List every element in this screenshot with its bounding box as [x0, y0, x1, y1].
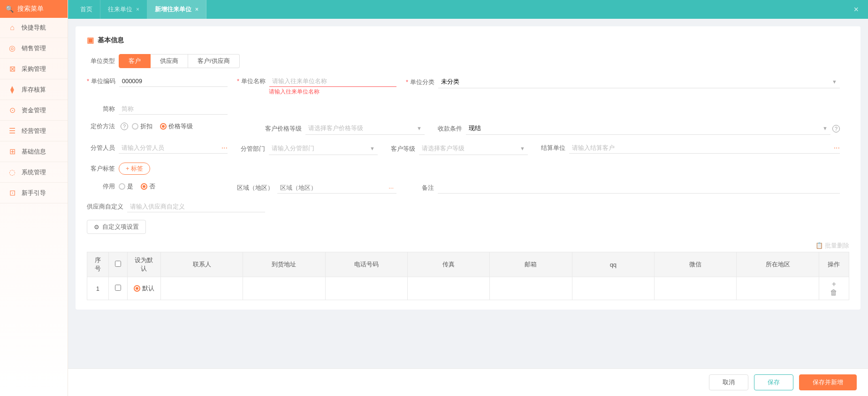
tab-home[interactable]: 首页	[73, 0, 100, 19]
sidebar-item-finance[interactable]: ⊙ 资金管理	[0, 100, 68, 121]
region-group: 区域（地区） ···	[237, 182, 406, 194]
row-checkbox-input[interactable]	[115, 285, 121, 291]
unit-name-error: 请输入往来单位名称	[269, 88, 320, 96]
unit-category-select[interactable]: 未分类 ▼	[438, 76, 840, 88]
sidebar-item-label: 库存核算	[22, 85, 46, 94]
unit-type-supplier[interactable]: 供应商	[151, 54, 188, 68]
select-all-checkbox[interactable]	[115, 261, 121, 267]
add-tag-button[interactable]: + 标签	[119, 163, 150, 175]
unit-code-label: 单位编码	[87, 77, 115, 85]
sidebar-item-guide[interactable]: ⊡ 新手引导	[0, 183, 68, 203]
row-qq-input[interactable]	[577, 285, 649, 292]
add-tag-label: + 标签	[126, 164, 143, 173]
tags-row: 客户标签 + 标签	[87, 163, 849, 175]
row-seq: 1	[87, 277, 109, 300]
col-region: 所在地区	[737, 252, 819, 277]
row-address-input[interactable]	[248, 285, 320, 292]
unit-name-input[interactable]	[269, 76, 396, 87]
row-wechat-input[interactable]	[659, 285, 731, 292]
row-email-input[interactable]	[495, 285, 567, 292]
tab-new-counterpart-close[interactable]: ×	[195, 6, 198, 13]
pricing-radio-discount[interactable]: 折扣	[132, 122, 152, 131]
payment-terms-select[interactable]: 现结 ▼	[466, 122, 830, 135]
dept-select[interactable]: 请输入分管部门 ▼	[269, 142, 378, 155]
customer-level-select[interactable]: 请选择客户等级 ▼	[419, 142, 528, 155]
tab-counterpart[interactable]: 往来单位 ×	[100, 0, 147, 19]
sidebar-item-operations[interactable]: ☰ 经营管理	[0, 121, 68, 141]
sidebar-search[interactable]: 🔍 搜索菜单	[0, 0, 68, 18]
section-title-text: 基本信息	[98, 36, 124, 45]
customer-price-group: 客户价格等级 请选择客户价格等级 ▼	[265, 122, 434, 135]
remark-field	[438, 182, 840, 194]
pricing-radio-level[interactable]: 价格等级	[160, 122, 193, 131]
unit-type-both[interactable]: 客户/供应商	[188, 54, 240, 68]
region-more-btn[interactable]: ···	[388, 184, 394, 191]
main-area: 首页 往来单位 × 新增往来单位 × × ▣ 基本信息 单位类型 客户	[68, 0, 868, 396]
customer-price-label: 客户价格等级	[265, 124, 302, 133]
tab-new-counterpart[interactable]: 新增往来单位 ×	[147, 0, 206, 19]
section-title: ▣ 基本信息	[87, 36, 849, 45]
col-wechat: 微信	[655, 252, 737, 277]
supplier-custom-input[interactable]	[127, 201, 265, 212]
disabled-radio-no[interactable]: 否	[141, 182, 155, 191]
row-add-btn[interactable]: +	[830, 280, 838, 288]
unit-code-row: 单位编码 单位名称 请输入往来单位名称 单位分类 未分类 ▼	[87, 76, 849, 96]
row-wechat	[655, 277, 737, 300]
batch-delete-bar: 📋 批量删除	[87, 241, 849, 250]
sidebar-item-sales[interactable]: ◎ 销售管理	[0, 38, 68, 59]
unit-category-chevron: ▼	[832, 79, 837, 85]
tab-bar-close-all[interactable]: ×	[849, 5, 863, 15]
manager-group: 分管人员 ···	[87, 142, 237, 154]
sidebar-item-purchase[interactable]: ⊠ 采购管理	[0, 59, 68, 79]
short-name-label: 简称	[87, 105, 115, 113]
unit-name-label: 单位名称	[237, 77, 266, 85]
remark-label: 备注	[406, 184, 434, 192]
cancel-button[interactable]: 取消	[709, 374, 748, 390]
customer-price-select[interactable]: 请选择客户价格等级 ▼	[305, 122, 425, 135]
save-add-button[interactable]: 保存并新增	[799, 374, 857, 390]
manager-input[interactable]	[119, 142, 220, 153]
unit-type-row: 单位类型 客户 供应商 客户/供应商	[87, 54, 849, 68]
row-contact-input[interactable]	[166, 285, 238, 292]
row-delete-btn[interactable]: 🗑	[828, 288, 839, 297]
disabled-radio-yes[interactable]: 是	[119, 182, 133, 191]
row-fax-input[interactable]	[412, 285, 485, 292]
batch-delete-label[interactable]: 批量删除	[825, 242, 849, 249]
row-phone-input[interactable]	[330, 285, 403, 292]
payment-help-icon[interactable]: ?	[832, 125, 840, 132]
dept-placeholder: 请输入分管部门	[272, 144, 370, 153]
sidebar-item-system[interactable]: ◌ 系统管理	[0, 162, 68, 183]
settlement-more-btn[interactable]: ···	[834, 144, 840, 152]
row-email	[490, 277, 572, 300]
finance-icon: ⊙	[8, 106, 17, 115]
unit-code-input[interactable]	[119, 76, 228, 87]
row-region-input[interactable]	[741, 285, 814, 292]
custom-settings-button[interactable]: ⚙ 自定义项设置	[87, 220, 146, 234]
table-header-row: 序号 设为默认 联系人 到货地址 电话号码 传真 邮箱 qq 微信 所在地区 操…	[87, 252, 849, 277]
manager-more-btn[interactable]: ···	[221, 144, 228, 152]
basic-info-card: ▣ 基本信息 单位类型 客户 供应商 客户/供应商 单位编码	[76, 26, 860, 310]
region-field: ···	[277, 182, 396, 194]
sidebar-item-inventory[interactable]: ⧫ 库存核算	[0, 79, 68, 100]
unit-type-customer[interactable]: 客户	[119, 54, 151, 68]
form-footer: 取消 保存 保存并新增	[68, 368, 868, 396]
customer-level-group: 客户等级 请选择客户等级 ▼	[387, 142, 537, 155]
col-email: 邮箱	[490, 252, 572, 277]
region-input[interactable]	[280, 184, 388, 191]
dept-group: 分管部门 请输入分管部门 ▼	[237, 142, 387, 155]
sidebar-item-quick-nav[interactable]: ⌂ 快捷导航	[0, 18, 68, 38]
pricing-help-icon[interactable]: ?	[121, 123, 128, 130]
remark-input[interactable]	[441, 184, 837, 191]
sidebar-item-label: 资金管理	[22, 106, 46, 115]
pricing-method-group: 定价方法 ? 折扣 价格等级	[87, 122, 265, 131]
tab-counterpart-close[interactable]: ×	[136, 6, 139, 13]
supplier-custom-row: 供应商自定义	[87, 201, 849, 212]
row-default-radio[interactable]: 默认	[132, 284, 156, 293]
unit-category-label: 单位分类	[406, 78, 434, 86]
save-button[interactable]: 保存	[754, 374, 793, 390]
settlement-group: 结算单位 ···	[537, 142, 849, 154]
settlement-input[interactable]	[569, 142, 832, 153]
short-name-input[interactable]	[119, 103, 228, 115]
row-qq	[572, 277, 654, 300]
sidebar-item-basic-info[interactable]: ⊞ 基础信息	[0, 141, 68, 162]
